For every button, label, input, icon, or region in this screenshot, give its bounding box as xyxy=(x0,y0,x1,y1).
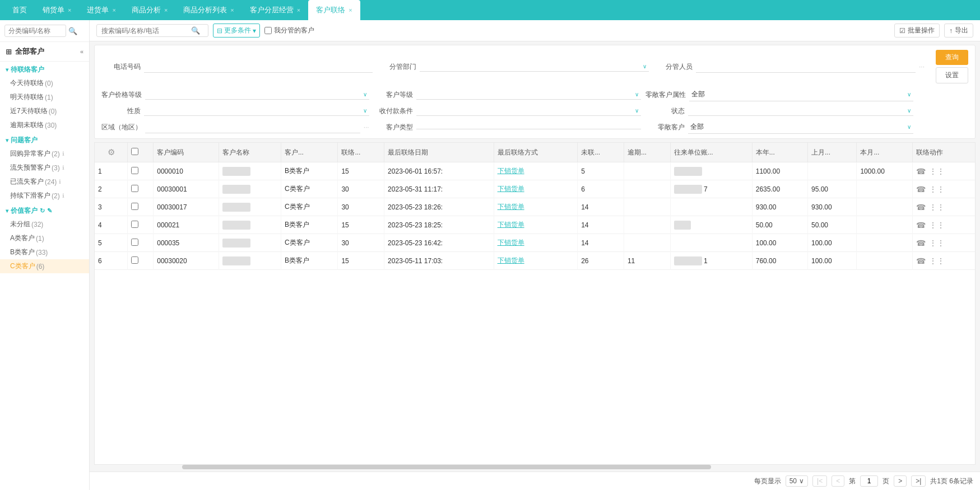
td-last-month: 100.00 xyxy=(807,252,856,270)
horizontal-scrollbar[interactable] xyxy=(94,465,976,469)
nav-close-product-analysis-list[interactable]: × xyxy=(230,7,234,13)
filter-customer-level-select[interactable]: ∨ xyxy=(416,90,642,100)
last-method-link[interactable]: 下销货单 xyxy=(498,203,524,211)
th-last-month: 上月... xyxy=(807,143,856,162)
page-size-select[interactable]: 50 ∨ xyxy=(786,475,808,487)
sidebar-group-pending[interactable]: ▾ 待联络客户 xyxy=(0,62,89,76)
prev-page-button[interactable]: < xyxy=(832,475,844,487)
sidebar-item-overdue-contact[interactable]: 逾期未联络 (30) xyxy=(0,118,89,132)
row-checkbox[interactable] xyxy=(131,203,138,210)
more-actions-icon[interactable]: ⋮⋮ xyxy=(929,203,945,212)
more-actions-icon[interactable]: ⋮⋮ xyxy=(929,221,945,230)
sidebar-item-churned[interactable]: 已流失客户 (24) ℹ xyxy=(0,175,89,189)
contact-icon[interactable]: ☎ xyxy=(916,256,926,265)
td-last-month: 100.00 xyxy=(807,234,856,252)
search-input[interactable] xyxy=(101,27,191,35)
nav-home[interactable]: 首页 xyxy=(4,0,35,20)
filter-region-input[interactable] xyxy=(145,122,360,133)
nav-close-purchase-order[interactable]: × xyxy=(112,7,115,13)
my-customers-check[interactable] xyxy=(264,27,272,34)
contact-icon[interactable]: ☎ xyxy=(916,203,926,212)
scrollbar-thumb[interactable] xyxy=(182,465,711,469)
manager-dots-icon[interactable]: ··· xyxy=(919,63,925,71)
row-checkbox[interactable] xyxy=(131,167,138,174)
select-all-checkbox[interactable] xyxy=(131,148,138,155)
column-settings-icon[interactable]: ⚙ xyxy=(105,147,117,157)
nav-close-sales-order[interactable]: × xyxy=(68,7,71,13)
nav-product-analysis-list[interactable]: 商品分析列表 × xyxy=(175,0,241,20)
sidebar-collapse-icon[interactable]: « xyxy=(80,48,83,55)
region-dots-icon[interactable]: ··· xyxy=(364,123,369,131)
edit-icon[interactable]: ✎ xyxy=(47,207,52,214)
sidebar-item-churn-warning[interactable]: 流失预警客户 (3) ℹ xyxy=(0,161,89,175)
customer-name-blurred xyxy=(222,239,250,248)
filter-price-level-select[interactable]: ∨ xyxy=(145,90,369,100)
nav-sales-order[interactable]: 销货单 × xyxy=(35,0,79,20)
sidebar-item-class-c[interactable]: C类客户 (6) xyxy=(0,259,89,273)
sidebar-search-icon[interactable]: 🔍 xyxy=(68,27,77,35)
last-method-link[interactable]: 下销货单 xyxy=(498,167,524,175)
contact-icon[interactable]: ☎ xyxy=(916,221,926,230)
contact-icon[interactable]: ☎ xyxy=(916,167,926,176)
sidebar-search-input[interactable] xyxy=(4,25,66,37)
refresh-icon[interactable]: ↻ xyxy=(40,207,45,214)
my-customers-checkbox[interactable]: 我分管的客户 xyxy=(264,26,314,35)
more-conditions-button[interactable]: ⊟ 更多条件 ▾ xyxy=(213,24,260,38)
nav-product-analysis[interactable]: 商品分析 × xyxy=(124,0,175,20)
settings-button[interactable]: 设置 xyxy=(936,67,968,83)
batch-operation-button[interactable]: ☑ 批量操作 xyxy=(894,24,940,38)
nav-purchase-order[interactable]: 进货单 × xyxy=(79,0,123,20)
nav-customer-contact[interactable]: 客户联络 × xyxy=(308,0,360,20)
last-method-link[interactable]: 下销货单 xyxy=(498,256,524,264)
more-actions-icon[interactable]: ⋮⋮ xyxy=(929,185,945,194)
toolbar-search-icon[interactable]: 🔍 xyxy=(191,26,200,35)
query-button[interactable]: 查询 xyxy=(936,50,968,65)
row-checkbox[interactable] xyxy=(131,185,138,192)
nav-customer-segmentation[interactable]: 客户分层经营 × xyxy=(242,0,308,20)
nav-close-customer-contact[interactable]: × xyxy=(349,7,352,13)
sidebar-item-today-contact[interactable]: 今天待联络 (0) xyxy=(0,76,89,90)
sidebar-item-7day-contact[interactable]: 近7天待联络 (0) xyxy=(0,104,89,118)
sidebar-group-value[interactable]: ▾ 价值客户 ↻ ✎ xyxy=(0,203,89,217)
filter-payment-select[interactable]: ∨ xyxy=(416,106,642,116)
sidebar-item-declining[interactable]: 持续下滑客户 (2) ℹ xyxy=(0,189,89,203)
contact-icon[interactable]: ☎ xyxy=(916,239,926,248)
sidebar-item-class-a[interactable]: A类客户 (1) xyxy=(0,231,89,245)
row-checkbox[interactable] xyxy=(131,256,138,264)
arrow-down-icon3: ▾ xyxy=(6,208,8,214)
sidebar-item-repurchase-anomaly[interactable]: 回购异常客户 (2) ℹ xyxy=(0,147,89,161)
filter-manager-input[interactable] xyxy=(696,61,916,73)
sidebar-item-tomorrow-contact[interactable]: 明天待联络 (1) xyxy=(0,90,89,104)
nav-close-product-analysis[interactable]: × xyxy=(164,7,168,13)
td-last-method: 下销货单 xyxy=(494,198,578,216)
page-input[interactable] xyxy=(860,475,878,487)
filter-retail-attr-select[interactable]: 全部 ∨ xyxy=(689,88,913,101)
more-actions-icon[interactable]: ⋮⋮ xyxy=(929,256,945,265)
sidebar-item-unclassified[interactable]: 未分组 (32) xyxy=(0,217,89,231)
more-actions-icon[interactable]: ⋮⋮ xyxy=(929,239,945,248)
filter-customer-type-select[interactable] xyxy=(416,125,642,129)
sidebar-all-customers[interactable]: ⊞ 全部客户 « xyxy=(0,42,89,62)
row-checkbox[interactable] xyxy=(131,239,138,246)
filter-phone-input[interactable] xyxy=(144,61,373,73)
filter-nature-select[interactable]: ∨ xyxy=(144,106,369,116)
filter-retail-customer-select[interactable]: 全部 ∨ xyxy=(688,120,913,134)
first-page-button[interactable]: |< xyxy=(812,475,827,487)
data-table-container: ⚙ 客户编码 客户名称 客户... 联络... 最后联络日期 最后联络方式 未联… xyxy=(94,142,976,465)
row-checkbox[interactable] xyxy=(131,221,138,228)
last-method-link[interactable]: 下销货单 xyxy=(498,221,524,228)
last-page-button[interactable]: >| xyxy=(911,475,926,487)
next-page-button[interactable]: > xyxy=(894,475,907,487)
contact-icon[interactable]: ☎ xyxy=(916,185,926,194)
nav-close-customer-segmentation[interactable]: × xyxy=(297,7,300,13)
filter-status-select[interactable]: ∨ xyxy=(688,106,913,116)
more-actions-icon[interactable]: ⋮⋮ xyxy=(929,167,945,176)
sidebar-group-problem[interactable]: ▾ 问题客户 xyxy=(0,132,89,147)
filter-dept-select[interactable]: ∨ xyxy=(420,62,648,72)
customer-level-chevron-icon: ∨ xyxy=(635,91,639,97)
last-method-link[interactable]: 下销货单 xyxy=(498,185,524,193)
last-method-link[interactable]: 下销货单 xyxy=(498,239,524,246)
export-button[interactable]: ↑ 导出 xyxy=(944,24,973,38)
th-last-date: 最后联络日期 xyxy=(384,143,494,162)
sidebar-item-class-b[interactable]: B类客户 (33) xyxy=(0,245,89,259)
